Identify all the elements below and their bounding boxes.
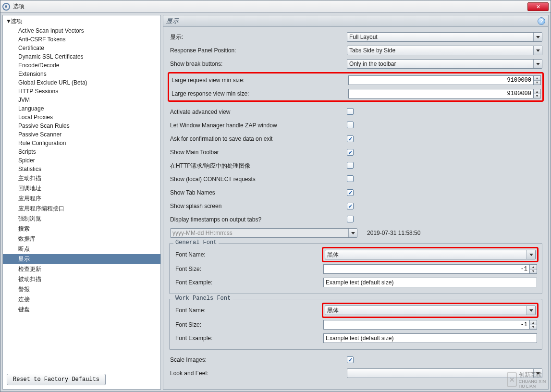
ask-confirm-checkbox[interactable] — [347, 135, 354, 142]
chevron-down-icon[interactable] — [533, 46, 542, 55]
spin-up-icon[interactable]: ▲ — [534, 89, 540, 94]
chevron-down-icon[interactable] — [533, 33, 542, 41]
work-font-size-input[interactable] — [323, 320, 529, 330]
spin-up-icon[interactable]: ▲ — [534, 76, 540, 81]
watermark: ✕ 创新互联CHUANG XIN HU LIAN — [507, 370, 548, 389]
spin-down-icon[interactable]: ▼ — [534, 94, 540, 98]
tree-item[interactable]: Certificate — [3, 44, 160, 52]
tree-item[interactable]: 被动扫描 — [3, 274, 160, 284]
ts-format-combo: yyyy-MM-dd HH:mm:ss — [170, 228, 357, 238]
spin-down-icon[interactable]: ▼ — [530, 325, 537, 330]
window-title: 选项 — [13, 2, 24, 11]
show-connect-label: Show (local) CONNECT requests — [169, 176, 347, 183]
general-font-legend: General Font — [173, 239, 219, 246]
work-font-legend: Work Panels Font — [173, 295, 233, 302]
spin-up-icon[interactable]: ▲ — [530, 320, 537, 325]
app-icon — [2, 3, 10, 11]
chevron-down-icon — [348, 229, 357, 237]
activate-adv-checkbox[interactable] — [347, 108, 354, 115]
chevron-down-icon[interactable] — [533, 60, 542, 68]
tree-item[interactable]: Global Exclude URL (Beta) — [3, 78, 160, 87]
tree-root[interactable]: ▼选项 — [3, 16, 160, 26]
spin-down-icon[interactable]: ▼ — [530, 270, 537, 274]
display-ts-checkbox[interactable] — [347, 216, 354, 222]
work-font-size-spinner[interactable]: ▲▼ — [323, 320, 537, 330]
show-tab-names-checkbox[interactable] — [347, 189, 354, 196]
large-resp-spinner[interactable]: ▲▼ — [348, 89, 541, 98]
display-combo[interactable]: Full Layout — [347, 32, 542, 42]
options-tree[interactable]: ▼选项 Active Scan Input VectorsAnti-CSRF T… — [3, 15, 160, 370]
tree-item[interactable]: Language — [3, 104, 160, 113]
spin-down-icon[interactable]: ▼ — [534, 81, 540, 85]
show-main-tb-label: Show Main Toolbar — [169, 149, 347, 156]
tree-item[interactable]: 主动扫描 — [3, 173, 160, 184]
tree-item[interactable]: Scripts — [3, 147, 160, 156]
titlebar[interactable]: 选项 ✕ — [0, 0, 551, 13]
chevron-down-icon[interactable] — [527, 250, 535, 259]
tree-item[interactable]: 回调地址 — [3, 184, 160, 194]
response-panel-combo[interactable]: Tabs Side by Side — [347, 46, 542, 55]
tree-item[interactable]: 搜索 — [3, 224, 160, 234]
gen-font-size-spinner[interactable]: ▲▼ — [323, 264, 537, 274]
http-img-checkbox[interactable] — [347, 162, 354, 169]
large-req-input[interactable] — [348, 75, 533, 85]
large-resp-input[interactable] — [348, 89, 533, 98]
tree-item[interactable]: 强制浏览 — [3, 214, 160, 224]
tree-item[interactable]: 检查更新 — [3, 264, 160, 274]
tree-item[interactable]: 应用程序 — [3, 194, 160, 204]
tree-item[interactable]: HTTP Sessions — [3, 87, 160, 96]
work-font-size-label: Font Size: — [174, 321, 323, 328]
gen-font-example-label: Font Example: — [174, 279, 323, 286]
show-main-tb-checkbox[interactable] — [347, 149, 354, 156]
work-font-name-combo[interactable]: 黑体 — [325, 306, 536, 315]
tree-item[interactable]: 连接 — [3, 294, 160, 305]
ts-preview: 2019-07-31 11:58:50 — [367, 230, 420, 236]
tree-item[interactable]: 断点 — [3, 244, 160, 254]
reset-defaults-button[interactable]: Reset to Factory Defaults — [7, 374, 106, 385]
tree-item[interactable]: Dynamic SSL Certificates — [3, 52, 160, 61]
show-connect-checkbox[interactable] — [347, 175, 354, 182]
tree-item[interactable]: JVM — [3, 96, 160, 104]
gen-font-name-label: Font Name: — [174, 251, 323, 258]
tree-item[interactable]: Statistics — [3, 165, 160, 173]
tree-item[interactable]: 警报 — [3, 284, 160, 294]
scale-images-label: Scale Images: — [169, 356, 347, 363]
tree-item[interactable]: Rule Configuration — [3, 139, 160, 147]
tree-item[interactable]: 应用程序编程接口 — [3, 204, 160, 214]
watermark-icon: ✕ — [507, 372, 517, 387]
tree-item[interactable]: Spider — [3, 156, 160, 165]
tree-item[interactable]: Anti-CSRF Tokens — [3, 35, 160, 44]
tree-item[interactable]: 键盘 — [3, 305, 160, 315]
close-button[interactable]: ✕ — [527, 2, 549, 11]
scale-images-checkbox[interactable] — [347, 356, 354, 363]
tree-item[interactable]: Extensions — [3, 70, 160, 78]
chevron-down-icon[interactable] — [527, 306, 535, 315]
display-ts-label: Display timestamps on output tabs? — [169, 216, 347, 223]
show-break-label: Show break buttons: — [169, 61, 347, 67]
work-font-example-field: Example text (default size) — [323, 333, 537, 343]
spin-up-icon[interactable]: ▲ — [530, 265, 537, 270]
gen-font-size-label: Font Size: — [174, 266, 323, 272]
show-splash-checkbox[interactable] — [347, 203, 354, 209]
tree-item[interactable]: Passive Scanner — [3, 130, 160, 139]
show-break-combo[interactable]: Only in the toolbar — [347, 59, 542, 69]
tree-item[interactable]: 显示 — [3, 254, 160, 264]
large-req-spinner[interactable]: ▲▼ — [348, 75, 541, 85]
gen-font-name-combo[interactable]: 黑体 — [325, 250, 536, 259]
help-icon[interactable]: ? — [538, 17, 545, 25]
look-feel-label: Look and Feel: — [169, 370, 347, 377]
http-img-label: 在HTTP请求/响应中的处理图像 — [169, 162, 347, 170]
panel-header: 显示 ? — [163, 15, 548, 27]
tree-item[interactable]: Local Proxies — [3, 113, 160, 122]
work-font-example-label: Font Example: — [174, 335, 323, 342]
tree-item[interactable]: Active Scan Input Vectors — [3, 26, 160, 35]
panel-title: 显示 — [166, 17, 179, 25]
tree-item[interactable]: Encode/Decode — [3, 61, 160, 70]
work-font-fieldset: Work Panels Font Font Name: 黑体 Font Size… — [169, 299, 542, 350]
let-wm-checkbox[interactable] — [347, 122, 354, 128]
tree-item[interactable]: Passive Scan Rules — [3, 122, 160, 130]
tree-item[interactable]: 数据库 — [3, 234, 160, 244]
settings-form: 显示: Full Layout Response Panel Position:… — [163, 27, 548, 389]
show-tab-names-label: Show Tab Names — [169, 189, 347, 196]
gen-font-size-input[interactable] — [323, 264, 529, 274]
